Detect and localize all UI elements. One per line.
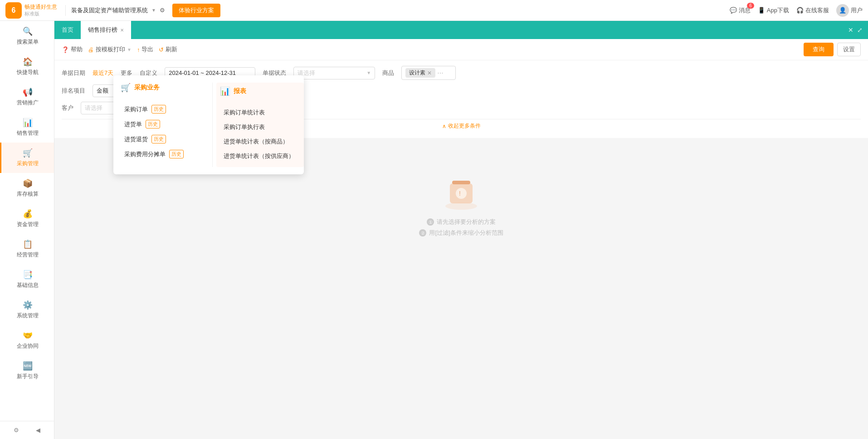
- mobile-icon: 📱: [758, 7, 765, 14]
- dropdown-item-return[interactable]: 进货退货 历史: [121, 132, 201, 147]
- dropdown-item-cost-split[interactable]: 采购费用分摊单 历史: [121, 147, 201, 162]
- dropdown-item-incoming[interactable]: 进货单 历史: [121, 117, 201, 132]
- goods-dots[interactable]: ···: [437, 69, 443, 77]
- purchase-icon: 🛒: [23, 148, 33, 158]
- svg-point-3: [456, 188, 467, 199]
- goods-input-area: 设计素 ✕ ···: [401, 66, 456, 80]
- tab-sales-rank[interactable]: 销售排行榜 ✕: [81, 21, 131, 39]
- notification-btn[interactable]: 💬 消息 6: [730, 6, 751, 15]
- sidebar-item-quicknav[interactable]: 🏠 快捷导航: [0, 51, 54, 82]
- sidebar-item-marketing[interactable]: 📢 营销推广: [0, 82, 54, 112]
- toolbar: ❓ 帮助 🖨 按模板打印 ▼ ↑ 导出 ↺ 刷新 查询: [54, 39, 868, 60]
- sidebar-item-search[interactable]: 🔍 搜索菜单: [0, 21, 54, 51]
- sidebar-item-operations[interactable]: 📋 经营管理: [0, 234, 54, 264]
- online-service-btn[interactable]: 🎧 在线客服: [796, 6, 829, 15]
- refresh-btn[interactable]: ↺ 刷新: [159, 45, 177, 54]
- sidebar-item-system[interactable]: ⚙️ 系统管理: [0, 295, 54, 325]
- print-btn[interactable]: 🖨 按模板打印 ▼: [88, 45, 132, 54]
- dropdown-divider: [212, 83, 213, 167]
- marketing-icon: 📢: [23, 87, 33, 97]
- dropdown-item-report-0[interactable]: 采购订单统计表: [220, 105, 301, 120]
- svg-rect-2: [452, 181, 470, 184]
- goods-label: 商品: [382, 69, 394, 77]
- system-dropdown-arrow[interactable]: ▼: [151, 8, 156, 13]
- cooperation-icon: 🤝: [23, 330, 33, 340]
- sidebar-item-sales[interactable]: 📊 销售管理: [0, 112, 54, 143]
- notification-badge: 6: [747, 3, 754, 9]
- basicinfo-icon: 📑: [23, 270, 33, 280]
- sidebar: 🔍 搜索菜单 🏠 快捷导航 📢 营销推广 📊 销售管理 🛒 采购管理 📦 库存核…: [0, 21, 54, 439]
- tab-maximize-btn[interactable]: ⤢: [857, 26, 863, 34]
- home-icon: 🏠: [23, 57, 33, 67]
- dropdown-item-purchase-order[interactable]: 采购订单 历史: [121, 102, 201, 117]
- notification-icon: 💬: [730, 7, 737, 14]
- report-col-icon: 📊: [220, 86, 230, 96]
- sidebar-collapse-icon[interactable]: ◀: [36, 427, 40, 434]
- help-icon: ❓: [62, 46, 69, 53]
- sidebar-settings-icon[interactable]: ⚙: [14, 427, 19, 434]
- query-btn[interactable]: 查询: [804, 43, 834, 56]
- print-dropdown-arrow[interactable]: ▼: [127, 47, 132, 52]
- logo-text: 畅捷通好生意 标准版: [24, 4, 57, 17]
- customer-label: 客户: [62, 104, 73, 112]
- history-badge-0: 历史: [151, 105, 166, 113]
- dropdown-item-report-3[interactable]: 进货单统计表（按供应商）: [220, 149, 301, 163]
- rank-label: 排名项目: [62, 87, 85, 95]
- operations-icon: 📋: [23, 239, 33, 249]
- content-area: 首页 销售排行榜 ✕ ✕ ⤢ ❓ 帮助 🖨 按模板打印: [54, 21, 868, 439]
- finance-icon: 💰: [23, 209, 33, 219]
- guide-icon: 🆕: [23, 361, 33, 371]
- tabbar-actions: ✕ ⤢: [843, 26, 868, 34]
- dropdown-item-report-2[interactable]: 进货单统计表（按商品）: [220, 134, 301, 149]
- sidebar-item-inventory[interactable]: 📦 库存核算: [0, 173, 54, 203]
- topbar-divider: [65, 5, 66, 16]
- export-icon: ↑: [137, 46, 140, 53]
- status-select[interactable]: 请选择 ▼: [293, 67, 375, 79]
- empty-hint-1: ① 请先选择要分析的方案: [427, 218, 496, 226]
- dropdown-item-report-1[interactable]: 采购订单执行表: [220, 120, 301, 134]
- history-badge-3: 历史: [169, 150, 184, 158]
- hint2-icon: ②: [419, 229, 426, 237]
- sidebar-item-guide[interactable]: 🆕 新手引导: [0, 355, 54, 386]
- inventory-icon: 📦: [23, 178, 33, 188]
- settings-btn[interactable]: 设置: [837, 43, 861, 56]
- report-col: 📊 报表 采购订单统计表 采购订单执行表 进货单统计表（按商品） 进货单统计表（…: [216, 83, 304, 167]
- system-icon: ⚙️: [23, 300, 33, 310]
- sidebar-bottom: ⚙ ◀: [0, 421, 54, 439]
- user-btn[interactable]: 👤 用户: [836, 4, 863, 17]
- hint1-icon: ①: [427, 218, 434, 226]
- status-dropdown-icon: ▼: [366, 70, 371, 75]
- collapse-icon: ∧: [442, 123, 446, 129]
- sidebar-item-purchase[interactable]: 🛒 采购管理: [0, 143, 54, 173]
- date-shortcut-7days[interactable]: 最近7天: [93, 69, 113, 77]
- sales-icon: 📊: [23, 118, 33, 128]
- empty-illustration: !: [439, 174, 484, 211]
- industry-btn[interactable]: 体验行业方案: [172, 4, 220, 17]
- logo-area: 6 畅捷通好生意 标准版: [5, 2, 60, 19]
- app-download-btn[interactable]: 📱 App下载: [758, 6, 789, 15]
- svg-text:!: !: [459, 190, 461, 197]
- main-layout: 🔍 搜索菜单 🏠 快捷导航 📢 营销推广 📊 销售管理 🛒 采购管理 📦 库存核…: [0, 21, 868, 439]
- refresh-icon: ↺: [159, 46, 164, 53]
- purchase-col-title: 🛒 采购业务: [121, 83, 201, 96]
- page-content: ❓ 帮助 🖨 按模板打印 ▼ ↑ 导出 ↺ 刷新 查询: [54, 39, 868, 439]
- empty-hint-2: ② 用[过滤]条件来缩小分析范围: [419, 229, 503, 237]
- tabbar: 首页 销售排行榜 ✕ ✕ ⤢: [54, 21, 868, 39]
- sidebar-item-basicinfo[interactable]: 📑 基础信息: [0, 264, 54, 295]
- tab-close-btn[interactable]: ✕: [848, 26, 853, 34]
- help-btn[interactable]: ❓ 帮助: [62, 45, 83, 54]
- topbar: 6 畅捷通好生意 标准版 装备及固定资产辅助管理系统 ▼ ⚙ 体验行业方案 💬 …: [0, 0, 868, 21]
- print-icon: 🖨: [88, 46, 94, 53]
- sidebar-item-cooperation[interactable]: 🤝 企业协同: [0, 325, 54, 355]
- tab-close-icon[interactable]: ✕: [120, 28, 124, 33]
- tab-home[interactable]: 首页: [54, 21, 81, 39]
- sidebar-item-finance[interactable]: 💰 资金管理: [0, 203, 54, 234]
- purchase-col-icon: 🛒: [121, 83, 131, 93]
- search-icon: 🔍: [23, 26, 33, 36]
- export-btn[interactable]: ↑ 导出: [137, 45, 154, 54]
- logo-icon: 6: [5, 2, 22, 19]
- headset-icon: 🎧: [796, 7, 804, 14]
- user-avatar: 👤: [836, 4, 849, 17]
- goods-tag-remove[interactable]: ✕: [427, 70, 432, 76]
- topbar-settings-icon[interactable]: ⚙: [156, 4, 169, 17]
